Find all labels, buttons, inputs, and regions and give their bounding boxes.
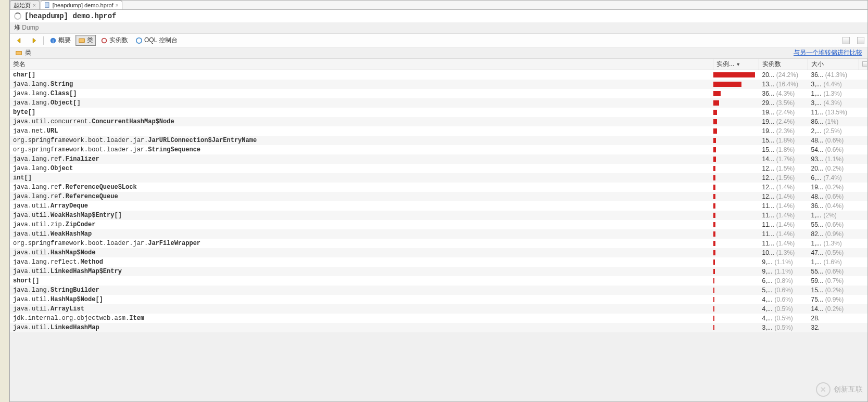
cell-spacer: [859, 117, 867, 126]
toolbar-action-2[interactable]: [857, 37, 864, 44]
table-row[interactable]: java.lang.ref.ReferenceQueue$Lock12...(1…: [10, 183, 867, 192]
cell-bar: [713, 117, 759, 126]
table-row[interactable]: java.lang.StringBuilder5,...(0.6%)15...(…: [10, 286, 867, 295]
cell-size: 48...(0.6%): [808, 136, 859, 145]
table-row[interactable]: java.lang.String13...(16.4%)3,...(4.4%): [10, 80, 867, 89]
table-row[interactable]: org.springframework.boot.loader.jar.Stri…: [10, 145, 867, 154]
cell-bar: [713, 286, 759, 295]
svg-text:i: i: [53, 38, 54, 43]
cell-bar: [713, 229, 759, 239]
table-row[interactable]: org.springframework.boot.loader.jar.JarU…: [10, 136, 867, 145]
cell-classname: java.net.URL: [10, 126, 713, 136]
tab-file[interactable]: [heapdump] demo.hprof ×: [41, 1, 122, 9]
column-classname[interactable]: 类名: [10, 59, 713, 70]
cell-classname: java.lang.Class[]: [10, 89, 713, 98]
cell-size: 59...(0.7%): [808, 276, 859, 286]
overview-button[interactable]: i 概要: [47, 35, 73, 46]
cell-classname: java.lang.ref.Finalizer: [10, 154, 713, 164]
cell-size: 55...(0.6%): [808, 267, 859, 276]
nav-forward-button[interactable]: [28, 36, 40, 45]
cell-instances: 19...(2.4%): [759, 117, 808, 126]
cell-instances: 9,...(1.1%): [759, 267, 808, 276]
cell-instances: 11...(1.4%): [759, 201, 808, 211]
cell-spacer: [859, 323, 867, 332]
instances-button[interactable]: 实例数: [98, 35, 131, 46]
cell-instances: 4,...(0.6%): [759, 295, 808, 304]
oql-button[interactable]: OQL 控制台: [133, 35, 180, 46]
table-scroll[interactable]: 类名 实例... ▼ 实例数 大小 char[]20...(24.2%)36..…: [10, 59, 867, 401]
table-row[interactable]: java.util.ArrayDeque11...(1.4%)36...(0.4…: [10, 201, 867, 211]
cell-bar: [713, 80, 759, 89]
cell-bar: [713, 257, 759, 267]
classes-button[interactable]: 类: [76, 35, 96, 46]
cell-bar: [713, 211, 759, 220]
file-icon: [44, 2, 51, 8]
table-row[interactable]: java.util.WeakHashMap$Entry[]11...(1.4%)…: [10, 211, 867, 220]
cell-instances: 12...(1.4%): [759, 192, 808, 201]
cell-instances: 11...(1.4%): [759, 229, 808, 239]
cell-size: 82...(0.9%): [808, 229, 859, 239]
cell-bar: [713, 220, 759, 229]
table-row[interactable]: java.net.URL19...(2.3%)2,...(2.5%): [10, 126, 867, 136]
nav-back-button[interactable]: [13, 36, 26, 45]
table-row[interactable]: java.util.WeakHashMap11...(1.4%)82...(0.…: [10, 229, 867, 239]
cell-size: 3,...(4.4%): [808, 80, 859, 89]
table-row[interactable]: int[]12...(1.5%)6,...(7.4%): [10, 173, 867, 183]
cell-instances: 3,...(0.5%): [759, 323, 808, 332]
cell-classname: java.util.HashMap$Node: [10, 248, 713, 257]
close-icon[interactable]: ×: [116, 3, 119, 8]
page-title: [heapdump] demo.hprof: [24, 12, 116, 20]
compare-link[interactable]: 与另一个堆转储进行比较: [794, 48, 862, 57]
cell-bar: [713, 201, 759, 211]
table-row[interactable]: java.util.ArrayList4,...(0.5%)14...(0.2%…: [10, 304, 867, 314]
cell-size: 20...(0.2%): [808, 164, 859, 173]
table-row[interactable]: java.util.LinkedHashMap3,...(0.5%)32.: [10, 323, 867, 332]
table-row[interactable]: java.lang.ref.Finalizer14...(1.7%)93...(…: [10, 154, 867, 164]
column-size[interactable]: 大小: [808, 59, 859, 70]
cell-size: 2,...(2.5%): [808, 126, 859, 136]
loading-icon: [14, 12, 21, 20]
cell-size: 54...(0.6%): [808, 145, 859, 154]
cell-instances: 11...(1.4%): [759, 239, 808, 248]
close-icon[interactable]: ×: [33, 3, 36, 8]
table-row[interactable]: org.springframework.boot.loader.jar.JarF…: [10, 239, 867, 248]
table-row[interactable]: byte[]19...(2.4%)11...(13.5%): [10, 108, 867, 117]
table-row[interactable]: java.lang.Object[]29...(3.5%)3,...(4.3%): [10, 98, 867, 108]
table-row[interactable]: java.util.HashMap$Node[]4,...(0.6%)75...…: [10, 295, 867, 304]
cell-bar: [713, 323, 759, 332]
cell-spacer: [859, 98, 867, 108]
cell-size: 47...(0.5%): [808, 248, 859, 257]
table-row[interactable]: java.lang.Class[]36...(4.3%)1,...(1.3%): [10, 89, 867, 98]
table-row[interactable]: jdk.internal.org.objectweb.asm.Item4,...…: [10, 314, 867, 323]
table-row[interactable]: java.lang.ref.ReferenceQueue12...(1.4%)4…: [10, 192, 867, 201]
table-row[interactable]: java.util.LinkedHashMap$Entry9,...(1.1%)…: [10, 267, 867, 276]
cell-instances: 15...(1.8%): [759, 145, 808, 154]
table-row[interactable]: java.util.HashMap$Node10...(1.3%)47...(0…: [10, 248, 867, 257]
table-row[interactable]: java.lang.Object12...(1.5%)20...(0.2%): [10, 164, 867, 173]
toolbar-action-1[interactable]: [842, 37, 850, 44]
cell-instances: 4,...(0.5%): [759, 304, 808, 314]
cell-spacer: [859, 257, 867, 267]
column-instances[interactable]: 实例数: [759, 59, 808, 70]
cell-instances: 29...(3.5%): [759, 98, 808, 108]
cell-spacer: [859, 276, 867, 286]
cell-classname: java.lang.StringBuilder: [10, 286, 713, 295]
cell-instances: 15...(1.8%): [759, 136, 808, 145]
cell-bar: [713, 89, 759, 98]
table-row[interactable]: java.lang.reflect.Method9,...(1.1%)1,...…: [10, 257, 867, 267]
tab-start[interactable]: 起始页 ×: [10, 1, 40, 9]
column-corner[interactable]: [859, 59, 867, 70]
table-row[interactable]: java.util.zip.ZipCoder11...(1.4%)55...(0…: [10, 220, 867, 229]
cell-classname: java.util.ArrayList: [10, 304, 713, 314]
cell-classname: java.util.concurrent.ConcurrentHashMap$N…: [10, 117, 713, 126]
cell-spacer: [859, 295, 867, 304]
cell-bar: [713, 304, 759, 314]
cell-spacer: [859, 248, 867, 257]
cell-classname: jdk.internal.org.objectweb.asm.Item: [10, 314, 713, 323]
subhead: 类 与另一个堆转储进行比较: [10, 47, 867, 59]
table-row[interactable]: short[]6,...(0.8%)59...(0.7%): [10, 276, 867, 286]
sort-desc-icon: ▼: [736, 62, 740, 67]
column-bar[interactable]: 实例... ▼: [713, 59, 759, 70]
table-row[interactable]: char[]20...(24.2%)36...(41.3%): [10, 70, 867, 80]
table-row[interactable]: java.util.concurrent.ConcurrentHashMap$N…: [10, 117, 867, 126]
